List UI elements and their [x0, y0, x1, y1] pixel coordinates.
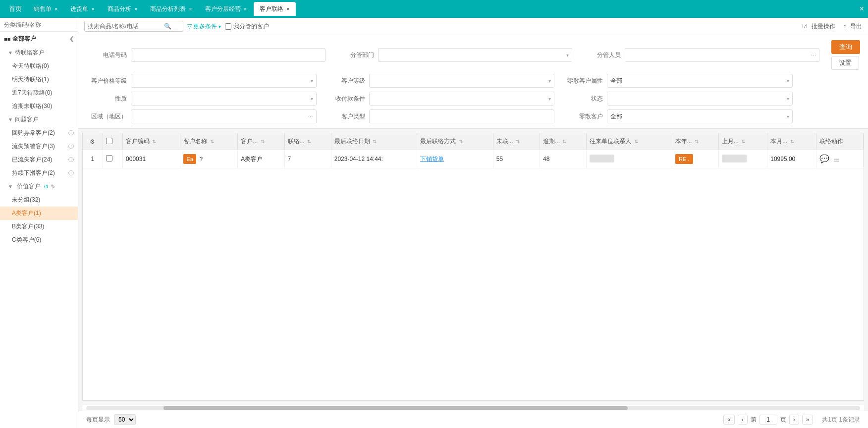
- close-all-icon[interactable]: ×: [860, 4, 864, 13]
- tab-customer-contact-close[interactable]: ×: [286, 6, 289, 12]
- next-page-btn[interactable]: ›: [789, 415, 799, 425]
- sidebar-group-problem[interactable]: ▼ 问题客户: [0, 113, 78, 126]
- col-level[interactable]: 客户... ⇅: [238, 133, 284, 150]
- sidebar-item-abnormal[interactable]: 回购异常客户(2) ⓘ: [0, 126, 78, 140]
- col-this-month[interactable]: 本月... ⇅: [767, 133, 816, 150]
- sort-method-icon[interactable]: ⇅: [459, 139, 463, 144]
- filter-status-select[interactable]: ▾: [607, 92, 793, 106]
- sort-last-month-icon[interactable]: ⇅: [741, 139, 745, 144]
- filter-price-level-select[interactable]: ▾: [131, 74, 317, 88]
- col-last-month[interactable]: 上月... ⇅: [718, 133, 767, 150]
- filter-region-input[interactable]: ···: [131, 109, 317, 123]
- filter-customer-level-select[interactable]: ▾: [369, 74, 555, 88]
- col-settings[interactable]: ⚙: [83, 133, 103, 150]
- sidebar-item-7days[interactable]: 近7天待联络(0): [0, 86, 78, 100]
- col-contacts[interactable]: 往来单位联系人 ⇅: [587, 133, 672, 150]
- select-all-checkbox[interactable]: [106, 138, 112, 144]
- tab-customer-contact[interactable]: 客户联络 ×: [254, 2, 295, 16]
- sort-this-month-icon[interactable]: ⇅: [790, 139, 794, 144]
- sidebar-search-input[interactable]: [4, 21, 78, 28]
- grid-action-icon[interactable]: ⚌: [833, 155, 840, 163]
- tab-sales[interactable]: 销售单 ×: [28, 2, 63, 16]
- sort-code-icon[interactable]: ⇅: [152, 139, 156, 144]
- filter-dept-select[interactable]: ▾: [378, 48, 573, 62]
- filter-customer-type-input[interactable]: [369, 109, 555, 123]
- batch-op-label[interactable]: 批量操作: [812, 22, 835, 31]
- sidebar-item-b-class[interactable]: B类客户(33): [0, 220, 78, 233]
- col-last-date[interactable]: 最后联络日期 ⇅: [331, 133, 417, 150]
- tab-purchase-close[interactable]: ×: [91, 6, 94, 12]
- refresh-icon[interactable]: ↺: [44, 183, 49, 190]
- search-box[interactable]: 🔍: [84, 21, 183, 32]
- sidebar-item-churn-warning[interactable]: 流失预警客户(3) ⓘ: [0, 140, 78, 153]
- col-name[interactable]: 客户名称 ⇅: [180, 133, 238, 150]
- sidebar-item-tomorrow[interactable]: 明天待联络(1): [0, 73, 78, 86]
- col-not-contact[interactable]: 未联... ⇅: [493, 133, 540, 150]
- sidebar-search-box[interactable]: 🔍: [0, 18, 78, 32]
- col-code[interactable]: 客户编码 ⇅: [123, 133, 180, 150]
- row-last-method[interactable]: 下销货单: [417, 150, 493, 168]
- sort-contact-icon[interactable]: ⇅: [307, 139, 311, 144]
- sidebar-item-ungrouped[interactable]: 未分组(32): [0, 193, 78, 207]
- sidebar-group-value[interactable]: ▼ 价值客户 ↺ ✎: [0, 180, 78, 193]
- filter-retail-attr-select[interactable]: 全部 ▾: [607, 74, 793, 88]
- chat-icon[interactable]: 💬: [819, 154, 829, 163]
- col-last-method[interactable]: 最后联络方式 ⇅: [417, 133, 493, 150]
- export-label[interactable]: 导出: [850, 22, 862, 31]
- sidebar-item-c-class[interactable]: C类客户(6): [0, 233, 78, 247]
- col-contact-count[interactable]: 联络... ⇅: [284, 133, 331, 150]
- sort-not-contact-icon[interactable]: ⇅: [516, 139, 520, 144]
- sidebar-all-customers[interactable]: ■■ 全部客户 ❮: [0, 32, 78, 46]
- tab-analysis-list[interactable]: 商品分析列表 ×: [144, 2, 198, 16]
- filter-nature-select[interactable]: ▾: [131, 92, 317, 106]
- last-page-btn[interactable]: »: [802, 415, 814, 425]
- my-customers-checkbox[interactable]: [225, 23, 231, 30]
- tab-analysis-close[interactable]: ×: [134, 6, 137, 12]
- prev-page-btn[interactable]: ‹: [738, 415, 748, 425]
- setting-button[interactable]: 设置: [831, 56, 859, 70]
- edit-icon[interactable]: ✎: [51, 183, 55, 190]
- row-checkbox[interactable]: [106, 155, 112, 161]
- settings-icon[interactable]: ⚙: [90, 138, 95, 145]
- row-checkbox-cell[interactable]: [103, 150, 123, 168]
- filter-payment-select[interactable]: ▾: [369, 92, 555, 106]
- search-input[interactable]: [88, 23, 162, 30]
- sort-date-icon[interactable]: ⇅: [373, 139, 377, 144]
- search-icon[interactable]: 🔍: [164, 23, 171, 30]
- sort-level-icon[interactable]: ⇅: [261, 139, 265, 144]
- collapse-icon[interactable]: ❮: [69, 36, 74, 42]
- filter-phone-input[interactable]: [131, 48, 326, 62]
- filter-manager-input[interactable]: ···: [625, 48, 819, 62]
- first-page-btn[interactable]: «: [723, 415, 735, 425]
- filter-more-btn[interactable]: ▽ 更多条件 ▾: [187, 22, 221, 31]
- sidebar-item-declining[interactable]: 持续下滑客户(2) ⓘ: [0, 166, 78, 180]
- last-method-link[interactable]: 下销货单: [420, 156, 444, 162]
- sidebar-item-today[interactable]: 今天待联络(0): [0, 59, 78, 73]
- tab-customer-segment[interactable]: 客户分层经营 ×: [199, 2, 253, 16]
- tab-sales-close[interactable]: ×: [54, 6, 57, 12]
- scrollbar-thumb[interactable]: [163, 406, 628, 410]
- sort-contacts-icon[interactable]: ⇅: [634, 139, 638, 144]
- query-button[interactable]: 查询: [831, 40, 860, 54]
- tab-purchase[interactable]: 进货单 ×: [64, 2, 100, 16]
- tab-analysis[interactable]: 商品分析 ×: [102, 2, 143, 16]
- sidebar-item-churned[interactable]: 已流失客户(24) ⓘ: [0, 153, 78, 166]
- page-input[interactable]: [760, 415, 777, 425]
- sidebar-group-pending[interactable]: ▼ 待联络客户: [0, 46, 78, 59]
- sort-overdue-icon[interactable]: ⇅: [562, 139, 566, 144]
- col-this-year[interactable]: 本年... ⇅: [672, 133, 718, 150]
- my-customers-check[interactable]: 我分管的客户: [225, 22, 269, 31]
- filter-retail-customer-select[interactable]: 全部 ▾: [607, 109, 793, 123]
- page-size-select[interactable]: 50: [114, 414, 136, 425]
- nav-home[interactable]: 首页: [4, 4, 27, 13]
- col-checkbox[interactable]: [103, 133, 123, 150]
- col-overdue[interactable]: 逾期... ⇅: [540, 133, 587, 150]
- tab-customer-segment-close[interactable]: ×: [244, 6, 247, 12]
- sort-name-icon[interactable]: ⇅: [210, 139, 214, 144]
- sidebar-item-overdue[interactable]: 逾期未联络(30): [0, 100, 78, 113]
- tab-analysis-list-close[interactable]: ×: [189, 6, 192, 12]
- scrollbar-area[interactable]: [82, 405, 864, 411]
- sort-this-year-icon[interactable]: ⇅: [695, 139, 699, 144]
- sidebar-item-a-class[interactable]: A类客户(1): [0, 207, 78, 220]
- horizontal-scrollbar[interactable]: [86, 406, 860, 410]
